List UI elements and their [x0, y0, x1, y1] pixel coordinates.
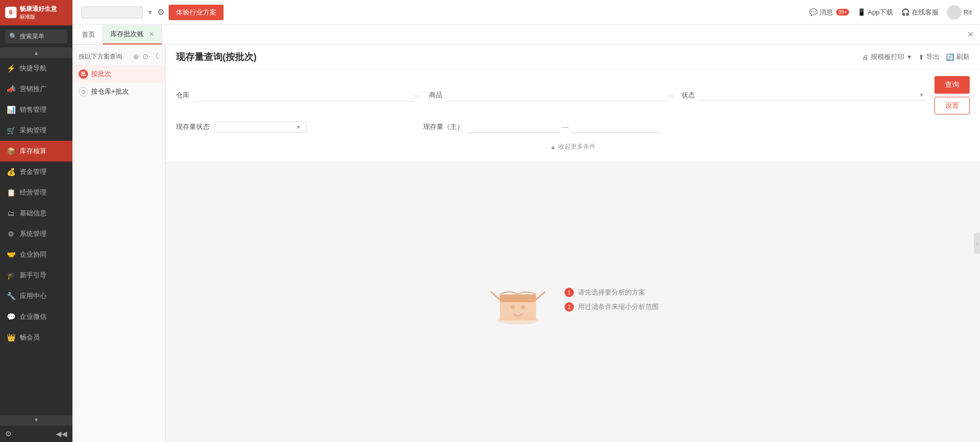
inventory-qty-min-input[interactable] [468, 121, 560, 133]
search-menu-button[interactable]: 🔍 搜索菜单 [5, 30, 67, 43]
apps-icon: 🔧 [6, 291, 16, 301]
collapse-panel-button[interactable]: 《 [152, 52, 159, 61]
sidebar-item-label: 销售管理 [20, 105, 47, 114]
sidebar-item-label: 新手引导 [20, 271, 47, 280]
sidebar-item-label: 快捷导航 [20, 64, 47, 73]
query-button[interactable]: 查询 [934, 76, 970, 94]
tabs-bar: 首页 库存批次账 ✕ ✕ [72, 25, 980, 45]
tab-panel-close-button[interactable]: ✕ [961, 30, 980, 39]
tab-home[interactable]: 首页 [75, 25, 103, 45]
sidebar-settings-icon[interactable]: ⚙ [5, 430, 12, 438]
tab-inventory-batch-label: 库存批次账 [110, 30, 144, 39]
logo-icon: 6 [5, 7, 17, 18]
sidebar-scroll-up-button[interactable]: ▲ [0, 48, 72, 58]
svg-line-6 [536, 292, 545, 300]
sidebar-collapse-icon[interactable]: ◀◀ [56, 430, 67, 438]
sidebar-item-apps[interactable]: 🔧 应用中心 [0, 286, 72, 306]
warehouse-label: 仓库 [176, 91, 189, 100]
app-name: 畅康通好生意 [20, 5, 57, 13]
sidebar-item-label: 系统管理 [20, 229, 47, 239]
left-panel: 按以下方案查询 ⊕ ⊙ 《 批 按批次 ⊙ 按仓库+批次 [72, 45, 166, 442]
right-panel: 现存量查询(按批次) 🖨 按模板打印 ▼ ⬆ 导出 🔄 刷新 [166, 45, 980, 442]
refresh-icon: 🔄 [946, 53, 954, 61]
user-avatar [947, 5, 961, 20]
empty-tips: 1 请先选择要分析的方案 2 用过滤条件来缩小分析范围 [565, 288, 659, 317]
status-field: 状态 ▼ [681, 90, 926, 100]
tab-close-icon[interactable]: ✕ [149, 31, 154, 38]
goods-input[interactable] [447, 89, 668, 101]
sidebar-item-guide[interactable]: 🎓 新手引导 [0, 265, 72, 286]
user-avatar-action[interactable]: Rit [947, 5, 972, 20]
sidebar-item-label: 企业协同 [20, 250, 47, 259]
system-icon: ⚙ [6, 229, 16, 239]
goods-more-button[interactable]: ··· [668, 92, 674, 99]
export-label: 导出 [926, 52, 940, 62]
export-button[interactable]: ⬆ 导出 [918, 52, 940, 62]
schema-settings-button[interactable]: ⊙ [142, 52, 149, 61]
tip-item-2: 2 用过滤条件来缩小分析范围 [565, 302, 659, 312]
schema-item-by-warehouse-batch[interactable]: ⊙ 按仓库+批次 [72, 83, 165, 100]
sidebar-item-finance[interactable]: 💰 资金管理 [0, 161, 72, 182]
sidebar-item-purchase[interactable]: 🛒 采购管理 [0, 120, 72, 141]
sidebar-item-sales[interactable]: 📊 销售管理 [0, 99, 72, 120]
app-download-action[interactable]: 📱 App下载 [857, 8, 893, 17]
sidebar-item-operation[interactable]: 📋 经营管理 [0, 182, 72, 203]
schema-active-icon: 批 [79, 69, 88, 79]
inventory-qty-field: 现存量（主） — [423, 121, 662, 133]
purchase-icon: 🛒 [6, 126, 16, 135]
status-dropdown-icon: ▼ [919, 92, 924, 98]
search-icon: 🔍 [9, 33, 17, 40]
left-panel-title: 按以下方案查询 [79, 52, 122, 61]
tab-inventory-batch[interactable]: 库存批次账 ✕ [103, 25, 162, 45]
online-service-action[interactable]: 🎧 在线客服 [901, 8, 939, 17]
inventory-qty-max-input[interactable] [571, 121, 663, 133]
warehouse-more-button[interactable]: ··· [415, 92, 421, 99]
sidebar-item-label: 企业微信 [20, 312, 47, 321]
topbar-input[interactable] [81, 6, 143, 19]
messages-action[interactable]: 💬 消息 99+ [809, 8, 849, 17]
marketing-icon: 📣 [6, 84, 16, 94]
main-area: ▼ ⚙ 体验行业方案 💬 消息 99+ 📱 App下载 🎧 在线客服 Rit [72, 0, 980, 442]
warehouse-input[interactable] [194, 89, 415, 101]
sidebar-item-label: 采购管理 [20, 126, 47, 135]
filter-settings-button[interactable]: 设置 [934, 97, 970, 114]
user-name: Rit [963, 8, 972, 16]
inventory-status-field: 现存量状态 ▼ [176, 122, 415, 132]
sidebar-item-enterprise[interactable]: 🤝 企业协同 [0, 244, 72, 265]
sidebar-footer: ⚙ ◀◀ [0, 425, 72, 442]
sidebar-item-inventory[interactable]: 📦 库存核算 [0, 141, 72, 161]
messages-label: 消息 [820, 8, 833, 17]
sidebar-item-vip[interactable]: 👑 畅会员 [0, 327, 72, 348]
app-download-label: App下载 [868, 8, 893, 17]
sidebar-item-system[interactable]: ⚙ 系统管理 [0, 224, 72, 244]
status-dropdown[interactable]: ▼ [699, 90, 926, 100]
sidebar-item-marketing[interactable]: 📣 营销推广 [0, 79, 72, 99]
experience-industry-button[interactable]: 体验行业方案 [169, 5, 224, 20]
schema-item-by-batch[interactable]: 批 按批次 [72, 65, 165, 83]
sidebar-item-label: 资金管理 [20, 167, 47, 176]
page-header-actions: 🖨 按模板打印 ▼ ⬆ 导出 🔄 刷新 [862, 52, 970, 62]
sidebar-nav: ⚡ 快捷导航 📣 营销推广 📊 销售管理 🛒 采购管理 📦 库存核算 💰 资金管… [0, 58, 72, 415]
right-side-toggle-button[interactable]: › [974, 233, 980, 254]
print-dropdown-icon[interactable]: ▼ [907, 54, 912, 60]
left-panel-actions: ⊕ ⊙ 《 [133, 52, 159, 61]
quick-nav-icon: ⚡ [6, 64, 16, 73]
inventory-qty-separator: — [562, 123, 569, 131]
refresh-button[interactable]: 🔄 刷新 [946, 52, 970, 62]
add-schema-button[interactable]: ⊕ [133, 52, 139, 61]
sidebar-item-label: 基础信息 [20, 209, 47, 218]
sidebar-item-quick-nav[interactable]: ⚡ 快捷导航 [0, 58, 72, 79]
topbar-dropdown-icon[interactable]: ▼ [147, 9, 153, 16]
sidebar-scroll-down-button[interactable]: ▼ [0, 415, 72, 425]
sidebar-item-basic[interactable]: 🗂 基础信息 [0, 203, 72, 224]
inventory-status-dropdown[interactable]: ▼ [214, 122, 307, 132]
sidebar-header: 6 畅康通好生意 标准版 [0, 0, 72, 25]
collapse-label: 收起更多条件 [558, 142, 596, 151]
wechat-icon: 💬 [6, 312, 16, 321]
action-buttons: 查询 设置 [934, 76, 970, 114]
tip-number-2: 2 [565, 302, 574, 312]
topbar-gear-icon[interactable]: ⚙ [157, 7, 165, 17]
sidebar-item-wechat[interactable]: 💬 企业微信 [0, 306, 72, 327]
print-template-button[interactable]: 🖨 按模板打印 ▼ [862, 52, 912, 62]
collapse-more-button[interactable]: ▲ 收起更多条件 [176, 139, 970, 154]
